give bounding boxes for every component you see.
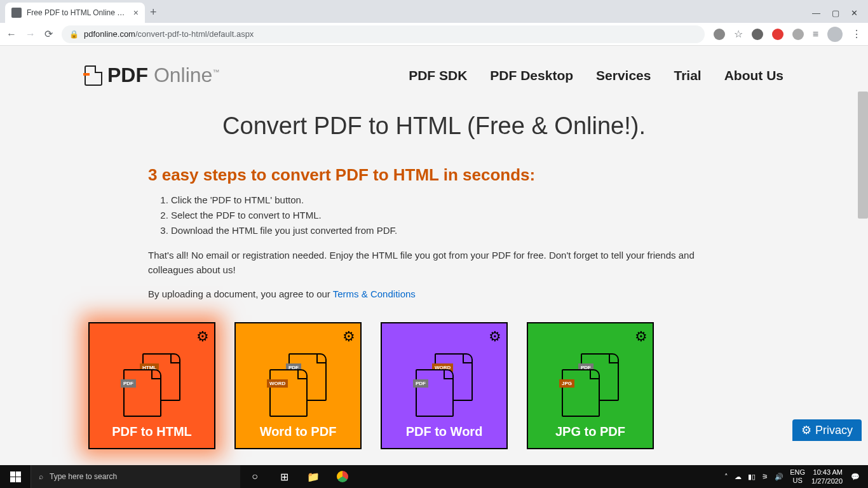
extension-icon-1[interactable] <box>752 29 763 40</box>
url-text: pdfonline.com/convert-pdf-to-html/defaul… <box>84 29 254 39</box>
windows-taskbar: ⌕ Type here to search ○ ⊞ 📁 ˄ ☁ ▮▯ ⚞ 🔊 E… <box>0 465 868 488</box>
taskbar-search[interactable]: ⌕ Type here to search <box>31 465 240 488</box>
document-icon: PDFWORD <box>269 353 327 417</box>
conversion-tile[interactable]: ⚙PDFJPGJPG to PDF <box>527 322 654 449</box>
page-viewport: PDF Online™ PDF SDK PDF Desktop Services… <box>0 46 868 465</box>
extension-icon-2[interactable] <box>772 29 783 40</box>
reading-list-icon[interactable]: ≡ <box>813 29 818 40</box>
step-item: Download the HTML file you just converte… <box>171 223 720 238</box>
tile-caption: PDF to Word <box>406 424 483 439</box>
profile-avatar[interactable] <box>827 27 843 42</box>
onedrive-icon[interactable]: ☁ <box>735 473 742 481</box>
chrome-taskbar-icon[interactable] <box>328 465 357 488</box>
lock-icon: 🔒 <box>69 30 79 39</box>
file-explorer-icon[interactable]: 📁 <box>299 465 328 488</box>
translate-icon[interactable] <box>714 29 725 40</box>
terms-paragraph: By uploading a document, you agree to ou… <box>148 287 720 302</box>
nav-about-us[interactable]: About Us <box>724 68 783 83</box>
logo-icon <box>85 65 102 86</box>
language-indicator[interactable]: ENGUS <box>790 468 805 485</box>
reload-button[interactable]: ⟳ <box>44 28 53 40</box>
conversion-tile[interactable]: ⚙WORDPDFPDF to Word <box>381 322 508 449</box>
document-icon: WORDPDF <box>416 353 473 417</box>
nav-pdf-sdk[interactable]: PDF SDK <box>409 68 467 83</box>
close-tab-icon[interactable]: × <box>133 8 139 18</box>
main-nav: PDF SDK PDF Desktop Services Trial About… <box>409 68 783 83</box>
forward-button[interactable]: → <box>25 29 36 40</box>
notification-icon[interactable]: 💬 <box>849 470 862 483</box>
wifi-icon[interactable]: ⚞ <box>762 473 768 481</box>
conversion-tile[interactable]: ⚙HTMLPDFPDF to HTML <box>88 322 215 449</box>
extension-icon-3[interactable] <box>792 29 804 40</box>
logo-text: PDF Online™ <box>107 64 219 87</box>
gear-icon[interactable]: ⚙ <box>635 329 648 345</box>
step-item: Select the PDF to convert to HTML. <box>171 208 720 223</box>
site-header: PDF Online™ PDF SDK PDF Desktop Services… <box>85 46 783 100</box>
gear-icon: ⚙ <box>801 423 811 437</box>
clock[interactable]: 10:43 AM1/27/2020 <box>811 468 843 486</box>
chrome-menu-icon[interactable]: ⋮ <box>851 28 862 40</box>
document-icon: HTMLPDF <box>123 353 180 417</box>
url-input[interactable]: 🔒 pdfonline.com/convert-pdf-to-html/defa… <box>62 25 705 43</box>
new-tab-button[interactable]: + <box>150 6 157 19</box>
gear-icon[interactable]: ⚙ <box>342 329 355 345</box>
window-controls: — ▢ ✕ <box>812 8 868 23</box>
volume-icon[interactable]: 🔊 <box>775 473 783 481</box>
tray-expand-icon[interactable]: ˄ <box>724 473 728 481</box>
search-placeholder: Type here to search <box>50 472 117 481</box>
favicon <box>11 8 22 18</box>
scrollbar[interactable] <box>858 92 868 219</box>
extension-icons: ☆ ≡ ⋮ <box>714 27 862 42</box>
conversion-tile[interactable]: ⚙PDFWORDWord to PDF <box>234 322 362 449</box>
gear-icon[interactable]: ⚙ <box>196 329 209 345</box>
start-button[interactable] <box>0 465 31 488</box>
gear-icon[interactable]: ⚙ <box>489 329 501 345</box>
privacy-button[interactable]: ⚙ Privacy <box>792 419 862 441</box>
tab-title: Free PDF to HTML Online Conve <box>27 8 128 17</box>
bookmark-icon[interactable]: ☆ <box>734 28 743 40</box>
system-tray: ˄ ☁ ▮▯ ⚞ 🔊 ENGUS 10:43 AM1/27/2020 💬 <box>724 468 868 486</box>
nav-pdf-desktop[interactable]: PDF Desktop <box>490 68 573 83</box>
browser-tab-strip: Free PDF to HTML Online Conve × + — ▢ ✕ <box>0 0 868 23</box>
browser-tab[interactable]: Free PDF to HTML Online Conve × <box>5 3 145 23</box>
body-paragraph: That's all! No email or registration nee… <box>148 248 720 277</box>
site-logo[interactable]: PDF Online™ <box>85 64 219 87</box>
cortana-icon[interactable]: ○ <box>240 465 269 488</box>
tile-caption: JPG to PDF <box>555 424 625 439</box>
close-window-button[interactable]: ✕ <box>851 8 858 18</box>
search-icon: ⌕ <box>39 472 43 481</box>
page-title: Convert PDF to HTML (Free & Online!). <box>85 112 783 140</box>
task-view-icon[interactable]: ⊞ <box>269 465 299 488</box>
tile-caption: PDF to HTML <box>112 424 192 439</box>
terms-link[interactable]: Terms & Conditions <box>333 288 416 299</box>
document-icon: PDFJPG <box>562 353 619 417</box>
nav-services[interactable]: Services <box>596 68 651 83</box>
step-item: Click the 'PDF to HTML' button. <box>171 193 720 208</box>
nav-trial[interactable]: Trial <box>674 68 701 83</box>
battery-icon[interactable]: ▮▯ <box>748 473 756 481</box>
back-button[interactable]: ← <box>6 29 17 40</box>
minimize-button[interactable]: — <box>812 8 820 18</box>
tile-caption: Word to PDF <box>260 424 337 439</box>
steps-list: Click the 'PDF to HTML' button. Select t… <box>148 193 720 238</box>
conversion-tiles: ⚙HTMLPDFPDF to HTML⚙PDFWORDWord to PDF⚙W… <box>85 322 783 466</box>
maximize-button[interactable]: ▢ <box>832 8 839 18</box>
steps-heading: 3 easy steps to convert PDF to HTML in s… <box>148 165 720 185</box>
address-bar: ← → ⟳ 🔒 pdfonline.com/convert-pdf-to-htm… <box>0 23 868 46</box>
